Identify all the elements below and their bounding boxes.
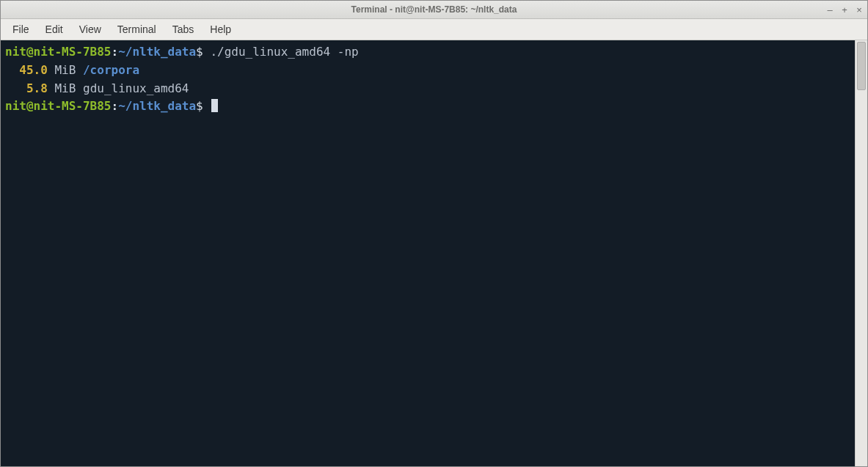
scrollbar-thumb[interactable] xyxy=(857,42,866,90)
prompt-dollar: $ xyxy=(196,45,203,59)
entry-name: /corpora xyxy=(83,63,139,77)
menu-view[interactable]: View xyxy=(72,21,109,38)
cursor-icon xyxy=(211,99,218,112)
vertical-scrollbar[interactable] xyxy=(855,40,867,466)
window-title: Terminal - nit@nit-MS-7B85: ~/nltk_data xyxy=(351,4,517,15)
window-controls: – + × xyxy=(825,1,864,18)
minimize-icon[interactable]: – xyxy=(825,4,835,15)
size-value: 5.8 xyxy=(26,81,48,95)
menu-bar: File Edit View Terminal Tabs Help xyxy=(1,19,867,40)
size-value: 45.0 xyxy=(19,63,48,77)
prompt-colon: : xyxy=(112,45,119,59)
terminal-area[interactable]: nit@nit-MS-7B85:~/nltk_data$ ./gdu_linux… xyxy=(1,40,855,466)
command-text xyxy=(203,45,211,59)
prompt-colon: : xyxy=(112,99,119,113)
menu-help[interactable]: Help xyxy=(203,21,238,38)
entry-name: gdu_linux_amd64 xyxy=(83,81,189,95)
title-bar[interactable]: Terminal - nit@nit-MS-7B85: ~/nltk_data … xyxy=(1,1,867,19)
maximize-icon[interactable]: + xyxy=(839,4,850,15)
size-unit: MiB xyxy=(54,63,76,77)
terminal-window: Terminal - nit@nit-MS-7B85: ~/nltk_data … xyxy=(0,0,868,467)
output-row: 5.8 MiB gdu_linux_amd64 xyxy=(5,81,189,95)
menu-file[interactable]: File xyxy=(5,21,37,38)
close-icon[interactable]: × xyxy=(854,4,864,15)
prompt-user-host: nit@nit-MS-7B85 xyxy=(5,45,112,59)
prompt-dollar: $ xyxy=(196,99,203,113)
terminal-wrap: nit@nit-MS-7B85:~/nltk_data$ ./gdu_linux… xyxy=(1,40,867,466)
prompt-path: ~/nltk_data xyxy=(118,45,196,59)
output-row: 45.0 MiB /corpora xyxy=(5,63,139,77)
size-unit: MiB xyxy=(54,81,76,95)
command-value: ./gdu_linux_amd64 -np xyxy=(210,45,358,59)
prompt-user-host: nit@nit-MS-7B85 xyxy=(5,99,112,113)
menu-terminal[interactable]: Terminal xyxy=(110,21,164,38)
menu-tabs[interactable]: Tabs xyxy=(165,21,202,38)
menu-edit[interactable]: Edit xyxy=(38,21,70,38)
prompt-path: ~/nltk_data xyxy=(118,99,196,113)
